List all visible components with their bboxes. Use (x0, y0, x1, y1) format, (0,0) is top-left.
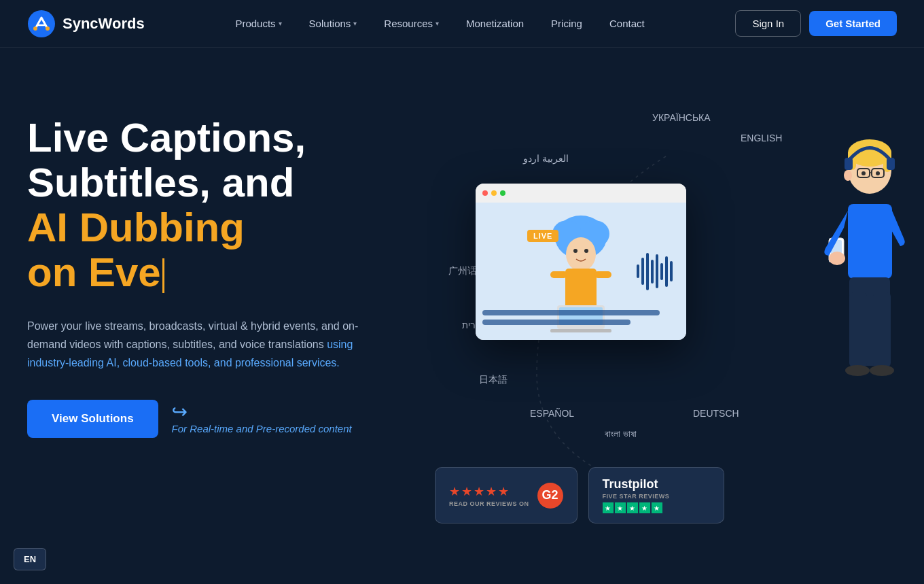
trustpilot-name: Trustpilot (603, 477, 670, 492)
bar (637, 264, 639, 278)
svg-point-2 (46, 27, 50, 31)
live-badge: LIVE (527, 230, 558, 242)
bar (651, 260, 654, 284)
video-body: LIVE (476, 203, 686, 340)
nav-contact[interactable]: Contact (599, 12, 656, 35)
lang-deutsch: DEUTSCH (693, 408, 739, 419)
tp-star: ★ (639, 502, 650, 513)
trustpilot-stars: ★ ★ ★ ★ ★ (603, 502, 670, 513)
chevron-down-icon: ▾ (279, 20, 282, 27)
g2-read-label: READ OUR REVIEWS ON (449, 500, 529, 507)
lang-arabic: العربية اردو (523, 153, 569, 164)
svg-point-34 (845, 365, 870, 376)
svg-point-0 (28, 10, 55, 37)
tp-star: ★ (652, 502, 662, 513)
window-max-dot (500, 190, 505, 196)
bar (660, 263, 663, 280)
logo[interactable]: SyncWords (27, 10, 145, 38)
svg-rect-9 (565, 269, 597, 309)
video-mockup: LIVE (476, 184, 686, 340)
nav-solutions[interactable]: Solutions ▾ (298, 12, 368, 35)
trustpilot-sub: FIVE STAR REVIEWS (603, 493, 670, 500)
nav-links: Products ▾ Solutions ▾ Resources ▾ Monet… (224, 12, 655, 35)
person-illustration (795, 129, 917, 469)
svg-rect-32 (849, 292, 867, 367)
lang-guangzhou: 广州话 (448, 265, 477, 277)
nav-products[interactable]: Products ▾ (224, 12, 292, 35)
svg-point-22 (861, 171, 866, 175)
svg-rect-10 (550, 271, 567, 278)
lang-bangla: বাংলা ভাষা (605, 428, 637, 440)
trustpilot-badge[interactable]: Trustpilot FIVE STAR REVIEWS ★ ★ ★ ★ ★ (588, 467, 724, 523)
chevron-down-icon: ▾ (436, 20, 439, 27)
soundwave (637, 251, 673, 292)
svg-point-35 (870, 365, 894, 376)
view-solutions-button[interactable]: View Solutions (27, 400, 158, 438)
brand-name: SyncWords (63, 15, 145, 33)
hero-title: Live Captions, Subtitles, and AI Dubbing… (27, 116, 435, 295)
nav-monetization[interactable]: Monetization (455, 12, 535, 35)
cursor-blink (162, 258, 164, 293)
cta-note-text: For Real-time and Pre-recorded content (172, 423, 352, 434)
bar (656, 254, 658, 288)
svg-rect-25 (845, 158, 853, 170)
hero-description: Power your live streams, broadcasts, vir… (27, 317, 367, 373)
bar (665, 256, 668, 287)
tp-star: ★ (603, 502, 614, 513)
chevron-down-icon: ▾ (353, 20, 357, 27)
svg-rect-29 (848, 204, 892, 279)
svg-point-23 (876, 171, 880, 175)
navbar: SyncWords Products ▾ Solutions ▾ Resourc… (0, 0, 924, 48)
svg-point-8 (584, 249, 588, 253)
hero-section: Live Captions, Subtitles, and AI Dubbing… (0, 48, 924, 584)
signin-button[interactable]: Sign In (735, 10, 801, 37)
lang-english: ENGLISH (741, 133, 782, 143)
svg-point-30 (829, 252, 845, 265)
g2-stars: ★★★★★ (449, 484, 529, 499)
svg-rect-11 (594, 271, 611, 278)
bar (641, 258, 644, 285)
tp-star: ★ (627, 502, 638, 513)
hero-right: УКРАЇНСЬКА ENGLISH العربية اردو FRANÇAIS… (435, 102, 897, 544)
svg-point-1 (33, 27, 37, 31)
window-min-dot (491, 190, 497, 196)
hero-cta-row: View Solutions ↩ For Real-time and Pre-r… (27, 400, 435, 438)
svg-point-24 (844, 170, 852, 181)
lang-espanol: ESPAÑOL (530, 408, 574, 419)
svg-rect-26 (887, 158, 895, 170)
subtitle-line (482, 320, 630, 325)
g2-badge[interactable]: ★★★★★ READ OUR REVIEWS ON G2 (435, 467, 578, 523)
hero-left: Live Captions, Subtitles, and AI Dubbing… (27, 102, 435, 438)
g2-text: ★★★★★ READ OUR REVIEWS ON (449, 484, 529, 507)
getstarted-button[interactable]: Get Started (809, 11, 897, 36)
cta-note-area: ↩ For Real-time and Pre-recorded content (172, 402, 352, 434)
video-header (476, 184, 686, 203)
lang-japanese: 日本語 (479, 374, 508, 386)
review-badges: ★★★★★ READ OUR REVIEWS ON G2 Trustpilot … (435, 467, 724, 523)
subtitle-line (482, 310, 660, 315)
lang-ukrainian: УКРАЇНСЬКА (652, 112, 711, 123)
svg-point-7 (573, 249, 578, 253)
g2-logo: G2 (537, 483, 563, 509)
arrow-icon: ↩ (172, 402, 188, 422)
nav-actions: Sign In Get Started (735, 10, 897, 37)
svg-rect-14 (550, 329, 611, 332)
language-selector[interactable]: EN (14, 548, 46, 570)
trustpilot-logo: Trustpilot FIVE STAR REVIEWS ★ ★ ★ ★ ★ (603, 477, 670, 513)
nav-pricing[interactable]: Pricing (540, 12, 593, 35)
bar (646, 253, 649, 290)
nav-resources[interactable]: Resources ▾ (373, 12, 450, 35)
svg-rect-33 (873, 292, 891, 367)
bar (670, 261, 673, 281)
subtitle-area (482, 310, 679, 329)
window-close-dot (482, 190, 488, 196)
tp-star: ★ (615, 502, 626, 513)
svg-point-6 (566, 237, 596, 271)
